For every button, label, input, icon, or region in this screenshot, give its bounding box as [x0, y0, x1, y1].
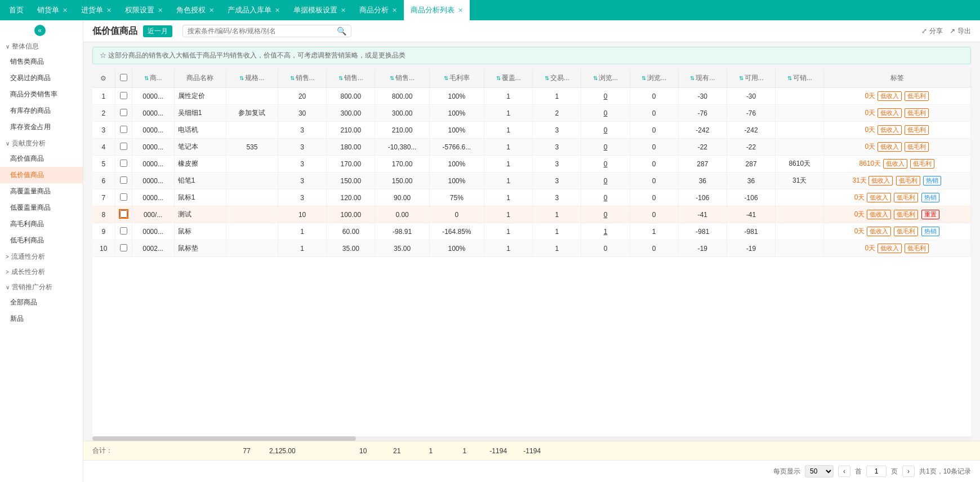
- first-page-btn[interactable]: ‹: [838, 466, 850, 477]
- th-name[interactable]: 商品名称: [174, 69, 226, 88]
- sidebar-collapse-btn[interactable]: «: [34, 25, 46, 36]
- row-code[interactable]: 0000...: [132, 122, 174, 139]
- sidebar-item-low-value[interactable]: 低价值商品: [0, 167, 83, 183]
- row-view1[interactable]: 0: [581, 189, 630, 206]
- row-checkbox[interactable]: [115, 156, 132, 173]
- row-checkbox[interactable]: [115, 139, 132, 156]
- sidebar-item-capital[interactable]: 库存资金占用: [0, 119, 83, 135]
- th-sale-amt[interactable]: 销售...: [327, 69, 375, 88]
- nav-home[interactable]: 首页: [2, 0, 30, 20]
- horizontal-scrollbar[interactable]: [92, 436, 971, 441]
- row-code[interactable]: 0000...: [132, 189, 174, 206]
- row-view1[interactable]: 0: [581, 173, 630, 189]
- row-name[interactable]: 吴细细1: [174, 105, 226, 122]
- th-gross-rate[interactable]: 毛利率: [429, 69, 484, 88]
- row-view1[interactable]: 0: [581, 206, 630, 223]
- sidebar-item-new-products[interactable]: 新品: [0, 311, 83, 327]
- sidebar-group-contribution[interactable]: ∨ 贡献度分析: [0, 135, 83, 151]
- nav-purchase-close[interactable]: ✕: [106, 7, 112, 14]
- select-all-checkbox[interactable]: [120, 74, 127, 81]
- nav-analysis-list[interactable]: 商品分析列表 ✕: [404, 0, 470, 20]
- row-code[interactable]: 000/...: [132, 206, 174, 223]
- nav-product-in[interactable]: 产成品入库单 ✕: [221, 0, 287, 20]
- th-checkbox[interactable]: [115, 69, 132, 88]
- nav-analysis-close[interactable]: ✕: [392, 7, 397, 14]
- row-checkbox[interactable]: [115, 240, 132, 257]
- settings-icon[interactable]: ⚙: [100, 74, 106, 82]
- th-coverage[interactable]: 覆盖...: [484, 69, 533, 88]
- nav-product-in-close[interactable]: ✕: [275, 7, 280, 14]
- nav-analysis-list-close[interactable]: ✕: [458, 7, 463, 14]
- sidebar-group-marketing[interactable]: ∨ 营销推广分析: [0, 279, 83, 294]
- row-code[interactable]: 0000...: [132, 223, 174, 240]
- row-checkbox[interactable]: [115, 122, 132, 139]
- nav-analysis[interactable]: 商品分析 ✕: [353, 0, 404, 20]
- time-tag-btn[interactable]: 近一月: [143, 25, 172, 37]
- sidebar-item-high-value[interactable]: 高价值商品: [0, 151, 83, 167]
- th-trade[interactable]: 交易...: [533, 69, 581, 88]
- nav-template-close[interactable]: ✕: [341, 7, 346, 14]
- th-code[interactable]: 商...: [132, 69, 174, 88]
- row-checkbox[interactable]: [115, 189, 132, 206]
- row-code[interactable]: 0000...: [132, 105, 174, 122]
- row-name[interactable]: 橡皮擦: [174, 156, 226, 173]
- row-name[interactable]: 笔记本: [174, 139, 226, 156]
- search-input[interactable]: [188, 27, 337, 35]
- row-view1[interactable]: 0: [581, 156, 630, 173]
- row-name[interactable]: 鼠标: [174, 223, 226, 240]
- th-sale-qty[interactable]: 销售...: [278, 69, 327, 88]
- th-avail[interactable]: 可用...: [727, 69, 775, 88]
- sidebar-group-overall[interactable]: ∨ 整体信息: [0, 38, 83, 54]
- row-name[interactable]: 铅笔1: [174, 173, 226, 189]
- next-page-btn[interactable]: ›: [902, 466, 915, 477]
- sidebar-item-traded-products[interactable]: 交易过的商品: [0, 70, 83, 86]
- row-name[interactable]: 鼠标垫: [174, 240, 226, 257]
- sidebar-item-high-coverage[interactable]: 高覆盖量商品: [0, 183, 83, 200]
- sidebar-group-circulation[interactable]: > 流通性分析: [0, 249, 83, 264]
- row-code[interactable]: 0000...: [132, 173, 174, 189]
- sidebar-group-growth[interactable]: > 成长性分析: [0, 264, 83, 279]
- th-settings[interactable]: ⚙: [92, 69, 115, 88]
- nav-permission-close[interactable]: ✕: [158, 7, 163, 14]
- sidebar-item-sales-products[interactable]: 销售类商品: [0, 54, 83, 70]
- row-checkbox[interactable]: [115, 88, 132, 105]
- row-code[interactable]: 0000...: [132, 156, 174, 173]
- row-checkbox[interactable]: [115, 223, 132, 240]
- nav-role[interactable]: 角色授权 ✕: [170, 0, 221, 20]
- th-saleable[interactable]: 可销...: [776, 69, 824, 88]
- export-btn[interactable]: ↗ 导出: [950, 26, 971, 36]
- sidebar-item-low-margin[interactable]: 低毛利商品: [0, 232, 83, 249]
- th-sale-profit[interactable]: 销售...: [375, 69, 429, 88]
- row-view1[interactable]: 0: [581, 88, 630, 105]
- row-view1[interactable]: 0: [581, 105, 630, 122]
- nav-sales[interactable]: 销货单 ✕: [30, 0, 74, 20]
- row-view1[interactable]: 1: [581, 223, 630, 240]
- row-code[interactable]: 0002...: [132, 240, 174, 257]
- row-name[interactable]: 鼠标1: [174, 189, 226, 206]
- page-input[interactable]: [866, 466, 887, 477]
- row-checkbox[interactable]: [115, 173, 132, 189]
- th-stock[interactable]: 现有...: [678, 69, 727, 88]
- row-checkbox[interactable]: [115, 206, 132, 223]
- row-name[interactable]: 测试: [174, 206, 226, 223]
- row-name[interactable]: 电话机: [174, 122, 226, 139]
- sidebar-item-high-margin[interactable]: 高毛利商品: [0, 216, 83, 232]
- th-view2[interactable]: 浏览...: [630, 69, 678, 88]
- sidebar-item-category-rate[interactable]: 商品分类销售率: [0, 86, 83, 103]
- row-view1[interactable]: 0: [581, 139, 630, 156]
- nav-sales-close[interactable]: ✕: [63, 7, 68, 14]
- sidebar-item-low-coverage[interactable]: 低覆盖量商品: [0, 200, 83, 216]
- row-checkbox[interactable]: [115, 105, 132, 122]
- scrollbar-thumb[interactable]: [92, 436, 356, 441]
- sidebar-item-stock-products[interactable]: 有库存的商品: [0, 103, 83, 119]
- nav-purchase[interactable]: 进货单 ✕: [74, 0, 118, 20]
- nav-role-close[interactable]: ✕: [209, 7, 214, 14]
- row-view1[interactable]: 0: [581, 122, 630, 139]
- share-btn[interactable]: ⤢ 分享: [921, 26, 943, 36]
- nav-template[interactable]: 单据模板设置 ✕: [287, 0, 353, 20]
- th-view1[interactable]: 浏览...: [581, 69, 630, 88]
- nav-permission[interactable]: 权限设置 ✕: [118, 0, 170, 20]
- row-code[interactable]: 0000...: [132, 88, 174, 105]
- th-spec[interactable]: 规格...: [226, 69, 278, 88]
- row-code[interactable]: 0000...: [132, 139, 174, 156]
